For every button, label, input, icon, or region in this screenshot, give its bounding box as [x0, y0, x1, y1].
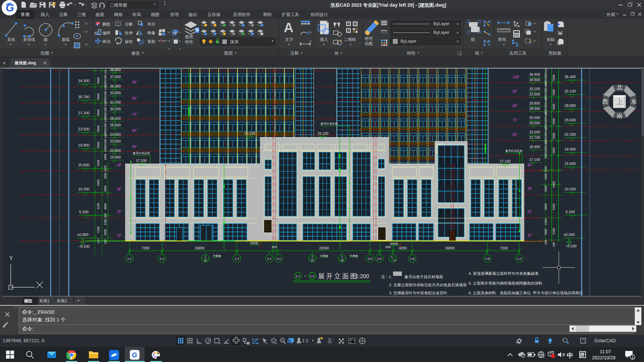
svg-text:25.500: 25.500 — [565, 118, 576, 122]
svg-text:9F: 9F — [513, 89, 517, 94]
svg-text:10.200: 10.200 — [78, 187, 90, 191]
svg-text:16800: 16800 — [195, 246, 204, 250]
svg-text:1-B: 1-B — [485, 257, 490, 260]
svg-text:10F: 10F — [513, 75, 520, 79]
svg-text:3600: 3600 — [104, 185, 107, 192]
svg-text:2100: 2100 — [104, 91, 107, 97]
svg-text:500: 500 — [544, 112, 547, 117]
svg-text:1-D: 1-D — [410, 257, 415, 260]
svg-text:1800: 1800 — [544, 73, 547, 79]
svg-text:1F: 1F — [527, 233, 532, 238]
svg-text:4. 屋顶玻璃幕墙立面杆件为中灰色氟碳漆.: 4. 屋顶玻璃幕墙立面杆件为中灰色氟碳漆. — [469, 272, 539, 276]
svg-text:29.800: 29.800 — [529, 101, 540, 105]
svg-text:南: 南 — [617, 113, 623, 119]
svg-text:6. 立面具体材料、色彩应由施工单位. 甲方与设计单位现场共: 6. 立面具体材料、色彩应由施工单位. 甲方与设计单位现场共同商定. — [469, 291, 584, 295]
svg-text:21.700: 21.700 — [529, 135, 540, 139]
svg-text:象牙白色石材: 象牙白色石材 — [505, 149, 523, 153]
svg-text:22000: 22000 — [319, 246, 329, 250]
svg-text:3600: 3600 — [97, 141, 100, 148]
svg-text:23.500: 23.500 — [78, 127, 90, 131]
svg-text:1-A: 1-A — [310, 274, 315, 278]
svg-text:17.100: 17.100 — [529, 158, 540, 162]
svg-text:300: 300 — [104, 213, 107, 218]
svg-text:5100: 5100 — [97, 226, 100, 233]
svg-text:38.900: 38.900 — [110, 68, 121, 72]
svg-text:许建施: 许建施 — [350, 254, 358, 257]
svg-text:3600: 3600 — [97, 93, 100, 100]
svg-text:1800: 1800 — [544, 173, 547, 180]
svg-text:2800: 2800 — [104, 154, 107, 160]
svg-text:3600: 3600 — [97, 125, 100, 132]
svg-text:8F: 8F — [513, 104, 517, 108]
svg-text:1500: 1500 — [544, 166, 547, 172]
svg-text:5100: 5100 — [552, 228, 555, 234]
svg-text:1-4: 1-4 — [234, 257, 239, 260]
svg-text:转折线: 转折线 — [390, 242, 398, 245]
svg-text:1:200: 1:200 — [356, 274, 369, 279]
svg-text:2F: 2F — [117, 209, 121, 214]
svg-text:7F: 7F — [513, 118, 517, 123]
svg-text:5.100: 5.100 — [79, 210, 89, 214]
svg-text:500: 500 — [385, 245, 391, 249]
svg-text:2-2: 2-2 — [276, 257, 281, 260]
svg-text:100: 100 — [544, 240, 547, 245]
svg-text:2100: 2100 — [104, 75, 107, 81]
svg-text:500: 500 — [544, 141, 547, 146]
svg-text:3600: 3600 — [97, 77, 100, 83]
svg-text:3F: 3F — [117, 187, 121, 192]
svg-text:30.700: 30.700 — [78, 95, 90, 99]
svg-text:7200: 7200 — [142, 246, 150, 250]
svg-text:1800: 1800 — [544, 102, 547, 109]
svg-text:1-1: 1-1 — [296, 274, 300, 278]
svg-text:500: 500 — [104, 85, 107, 90]
svg-text:4800: 4800 — [104, 203, 107, 209]
svg-text:2-5: 2-5 — [368, 257, 372, 260]
svg-text:4F: 4F — [117, 163, 121, 168]
svg-text:转折线: 转折线 — [250, 242, 258, 245]
svg-text:±0.000: ±0.000 — [77, 233, 89, 237]
svg-text:1800: 1800 — [544, 131, 547, 138]
svg-text:5.100: 5.100 — [566, 210, 575, 214]
svg-text:17.100: 17.100 — [500, 159, 511, 163]
svg-text:37.400: 37.400 — [110, 75, 121, 79]
svg-text:500: 500 — [104, 102, 107, 106]
svg-text:8F: 8F — [132, 96, 137, 101]
svg-text:1200: 1200 — [104, 219, 107, 225]
svg-text:19.400: 19.400 — [110, 155, 121, 159]
svg-text:31.700: 31.700 — [110, 100, 121, 104]
svg-text:5100: 5100 — [97, 203, 100, 209]
svg-text:1200: 1200 — [544, 219, 547, 225]
svg-text:G: G — [132, 351, 137, 359]
svg-text:22.200: 22.200 — [565, 132, 576, 136]
svg-text:−0.100: −0.100 — [565, 244, 577, 248]
svg-text:15.600: 15.600 — [78, 163, 90, 167]
svg-text:注：1.: 注：1. — [381, 275, 392, 279]
svg-text:2. 主楼立面部分赤标注处为月白色真石漆墙面: 2. 主楼立面部分赤标注处为月白色真石漆墙面 — [389, 283, 467, 287]
svg-text:北: 北 — [617, 84, 623, 90]
svg-text:象牙白色石材: 象牙白色石材 — [321, 122, 338, 125]
svg-text:7F: 7F — [132, 112, 137, 117]
svg-text:展开立面图: 展开立面图 — [318, 273, 358, 280]
svg-text:500: 500 — [272, 245, 277, 249]
svg-text:23.200: 23.200 — [529, 130, 540, 134]
svg-text:31.600: 31.600 — [529, 92, 540, 96]
svg-text:28.300: 28.300 — [529, 107, 540, 111]
svg-text:3300: 3300 — [552, 104, 555, 110]
svg-text:32.100: 32.100 — [565, 89, 576, 93]
svg-text:1: 1 — [341, 255, 343, 258]
svg-text:500: 500 — [104, 69, 107, 74]
svg-text:Y: Y — [9, 255, 13, 261]
svg-text:−0.100: −0.100 — [78, 244, 90, 248]
svg-text:6F: 6F — [132, 128, 137, 133]
svg-text:33.800: 33.800 — [110, 91, 121, 95]
svg-text:1000: 1000 — [544, 153, 547, 159]
svg-text:象牙白色石材: 象牙白色石材 — [133, 152, 150, 155]
svg-text:35.400: 35.400 — [565, 75, 576, 79]
svg-text:28.800: 28.800 — [565, 104, 576, 108]
svg-text:1: 1 — [391, 255, 392, 259]
svg-text:−: − — [304, 274, 307, 279]
svg-text:1F: 1F — [117, 233, 121, 238]
svg-text:100: 100 — [97, 239, 100, 244]
svg-text:28.100: 28.100 — [110, 116, 121, 120]
svg-text:9F: 9F — [132, 80, 137, 85]
